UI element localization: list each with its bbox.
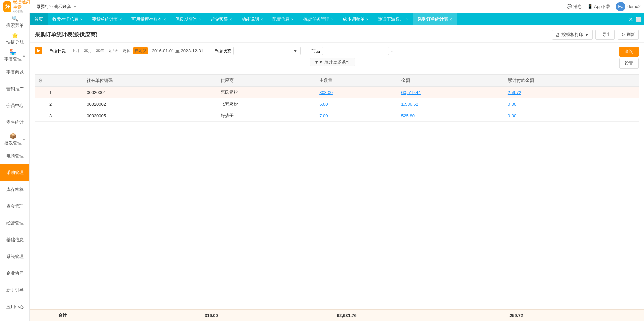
summary-paid: 259.72 bbox=[506, 310, 639, 321]
logo-icon: 好 bbox=[3, 1, 11, 12]
sidebar-item-finance[interactable]: 资金管理 bbox=[0, 198, 29, 215]
logo-image: 好 bbox=[5, 4, 10, 10]
nav-goods-summary[interactable]: 要货单统计表 ✕ bbox=[87, 13, 127, 25]
nav-config[interactable]: 配置信息 ✕ bbox=[268, 13, 299, 25]
wholesale-icon: 📦 bbox=[10, 133, 16, 139]
sidebar: 🔍 搜索菜单 ⭐ 快捷导航 🏪 零售管理 ▲ 零售商城 营销推广 会员中心 零售… bbox=[0, 13, 30, 321]
goods-more-icon[interactable]: ··· bbox=[391, 48, 395, 53]
sidebar-item-search[interactable]: 🔍 搜索菜单 bbox=[0, 13, 29, 30]
goods-label: 商品 bbox=[311, 48, 320, 54]
nav-label-receive: 收发存汇总表 bbox=[52, 16, 78, 22]
sidebar-item-system[interactable]: 系统管理 bbox=[0, 248, 29, 265]
table-row: 1 00020001 惠氏奶粉 303.00 60,519.44 259.72 bbox=[35, 87, 639, 98]
row2-settings bbox=[35, 98, 46, 110]
sidebar-item-inventory[interactable]: 库存核算 bbox=[0, 181, 29, 198]
newguide-label: 新手引导 bbox=[6, 287, 24, 293]
system-label: 系统管理 bbox=[6, 254, 24, 260]
expand-more-btn[interactable]: ▼▼ 展开更多条件 bbox=[310, 58, 355, 66]
date-last-month[interactable]: 上月 bbox=[70, 47, 81, 54]
messages-btn[interactable]: 💬 消息 bbox=[567, 4, 582, 10]
workspace-selector[interactable]: 母婴行业演示账套 ▼ bbox=[36, 4, 563, 10]
sidebar-item-member[interactable]: 会员中心 bbox=[0, 97, 29, 114]
nav-receive-summary[interactable]: 收发存汇总表 ✕ bbox=[48, 13, 87, 25]
sidebar-item-purchase[interactable]: 采购管理 bbox=[0, 164, 29, 181]
sidebar-item-ecommerce[interactable]: 电商管理 bbox=[0, 148, 29, 164]
nav-label-function: 功能说明 bbox=[241, 16, 259, 22]
nav-cost-adjust[interactable]: 成本调整单 ✕ bbox=[338, 13, 373, 25]
sidebar-item-retail-stat[interactable]: 零售统计 bbox=[0, 114, 29, 131]
sidebar-item-retail-shop[interactable]: 零售商城 bbox=[0, 64, 29, 81]
sidebar-item-enterprise[interactable]: 企业协同 bbox=[0, 265, 29, 282]
date-more[interactable]: 更多 bbox=[121, 47, 132, 54]
nav-close-window[interactable]: ✕ bbox=[629, 16, 633, 23]
nav-close-pick[interactable]: ✕ bbox=[331, 18, 333, 21]
row2-quantity: 6.00 bbox=[316, 98, 398, 110]
row3-code: 00020005 bbox=[83, 110, 217, 122]
summary-no-cell bbox=[45, 310, 55, 321]
nav-maximize[interactable]: ⬜ bbox=[636, 17, 641, 22]
nav-close-goods[interactable]: ✕ bbox=[119, 18, 122, 21]
sidebar-item-basic[interactable]: 基础信息 bbox=[0, 231, 29, 248]
export-icon: ↓ bbox=[599, 32, 601, 37]
app-download-btn[interactable]: 📱 App下载 bbox=[587, 4, 610, 10]
sidebar-item-appcenter[interactable]: 应用中心 bbox=[0, 299, 29, 315]
nav-close-invite[interactable]: ✕ bbox=[406, 18, 408, 21]
date-7days[interactable]: 近7天 bbox=[107, 47, 120, 54]
sidebar-item-newguide[interactable]: 新手引导 bbox=[0, 282, 29, 299]
nav-close-config[interactable]: ✕ bbox=[291, 18, 294, 21]
summary-label-cell: 合计 bbox=[55, 310, 157, 321]
page-title: 采购订单统计表(按供应商) bbox=[35, 31, 98, 38]
row1-settings bbox=[35, 87, 46, 98]
filter-area: ▶ 单据日期 上月 本月 本年 近7天 更多 自定义 bbox=[30, 43, 644, 73]
sidebar-item-wholesale[interactable]: 📦 批发管理 ▼ bbox=[0, 131, 29, 148]
user-area[interactable]: Ea demo2 bbox=[616, 2, 641, 11]
table-body: 1 00020001 惠氏奶粉 303.00 60,519.44 259.72 … bbox=[35, 87, 639, 122]
date-this-year[interactable]: 本年 bbox=[95, 47, 105, 54]
nav-close-available[interactable]: ✕ bbox=[163, 18, 166, 21]
row3-paid: 0.00 bbox=[504, 110, 639, 122]
col-settings-icon[interactable]: ⚙ bbox=[38, 78, 43, 83]
sidebar-item-retail[interactable]: 🏪 零售管理 ▲ bbox=[0, 47, 29, 64]
nav-label-cost: 成本调整单 bbox=[343, 16, 365, 22]
goods-input[interactable] bbox=[322, 47, 389, 55]
table-area: ⚙ 往来单位编码 供应商 主数量 金额 累计付款金额 bbox=[30, 74, 644, 127]
nav-close-purchase-summary[interactable]: ✕ bbox=[449, 18, 452, 21]
row1-code: 00020001 bbox=[83, 87, 217, 98]
export-btn[interactable]: ↓ 导出 bbox=[595, 30, 615, 40]
nav-close-receive[interactable]: ✕ bbox=[80, 18, 83, 21]
nav-overstock[interactable]: 超储预警 ✕ bbox=[206, 13, 237, 25]
sidebar-item-marketing[interactable]: 营销推广 bbox=[0, 81, 29, 97]
nav-pick-task[interactable]: 拣货任务管理 ✕ bbox=[299, 13, 338, 25]
date-this-month[interactable]: 本月 bbox=[83, 47, 93, 54]
refresh-btn[interactable]: ↻ 刷新 bbox=[618, 30, 639, 40]
nav-close-overstock[interactable]: ✕ bbox=[229, 18, 232, 21]
retail-stat-label: 零售统计 bbox=[6, 119, 24, 125]
nav-available-stock[interactable]: 可用量库存账本 ✕ bbox=[127, 13, 171, 25]
nav-purchase-summary[interactable]: 采购订单统计表 ✕ bbox=[413, 13, 457, 25]
nav-close-cost[interactable]: ✕ bbox=[366, 18, 369, 21]
nav-label-pick: 拣货任务管理 bbox=[303, 16, 329, 22]
search-btn[interactable]: 查询 bbox=[619, 47, 639, 57]
nav-close-function[interactable]: ✕ bbox=[260, 18, 263, 21]
content-area: 首页 收发存汇总表 ✕ 要货单统计表 ✕ 可用量库存账本 ✕ 保质期查询 ✕ 超… bbox=[30, 13, 644, 321]
nav-expiry[interactable]: 保质期查询 ✕ bbox=[171, 13, 206, 25]
row3-no: 3 bbox=[46, 110, 83, 122]
sidebar-item-shortcut[interactable]: ⭐ 快捷导航 bbox=[0, 30, 29, 47]
nav-invite[interactable]: 邀请下游客户 ✕ bbox=[373, 13, 413, 25]
sidebar-item-operations[interactable]: 经营管理 bbox=[0, 215, 29, 231]
status-select[interactable]: ▼ bbox=[233, 47, 301, 55]
summary-row: 合计 316.00 62,631.76 259.72 bbox=[35, 310, 639, 321]
nav-function[interactable]: 功能说明 ✕ bbox=[237, 13, 268, 25]
summary-table: 合计 316.00 62,631.76 259.72 bbox=[35, 310, 639, 321]
row2-no: 2 bbox=[46, 98, 83, 110]
nav-close-expiry[interactable]: ✕ bbox=[199, 18, 201, 21]
refresh-icon: ↻ bbox=[621, 32, 625, 37]
nav-home[interactable]: 首页 bbox=[30, 13, 48, 25]
sidebar-item-wechat[interactable]: 企业微信 bbox=[0, 315, 29, 321]
settings-btn[interactable]: 设置 bbox=[619, 58, 639, 69]
print-template-btn[interactable]: 🖨 按模板打印 ▼ bbox=[552, 30, 593, 40]
operations-label: 经营管理 bbox=[6, 220, 24, 226]
ecommerce-label: 电商管理 bbox=[6, 153, 24, 159]
avatar: Ea bbox=[616, 2, 625, 11]
filter-toggle-btn[interactable]: ▶ bbox=[35, 47, 42, 54]
